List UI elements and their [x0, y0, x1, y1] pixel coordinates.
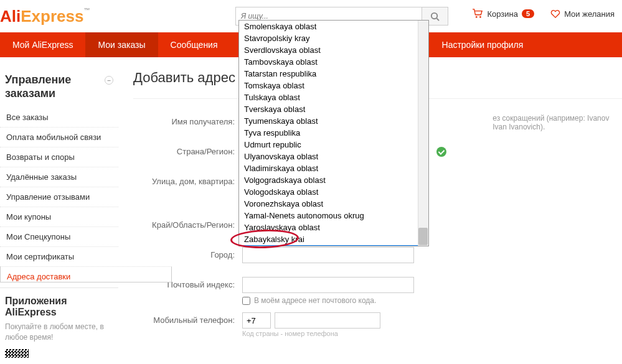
- collapse-icon[interactable]: –: [105, 76, 113, 85]
- input-postal[interactable]: [242, 277, 414, 293]
- label-city: Город:: [133, 247, 242, 259]
- check-ok-icon: [436, 147, 446, 157]
- dropdown-option[interactable]: Voronezhskaya oblast: [239, 198, 428, 210]
- tab-my-aliexpress[interactable]: Мой AliExpress: [0, 32, 85, 57]
- sidebar-item-deleted-orders[interactable]: Удалённые заказы: [0, 167, 118, 187]
- row-city: Город:: [133, 247, 622, 264]
- dropdown-option[interactable]: Udmurt republic: [239, 139, 428, 151]
- sidebar-list: Все заказы Оплата мобильной связи Возвра…: [0, 108, 118, 282]
- search-icon: [430, 12, 440, 21]
- logo-express: Express: [21, 7, 83, 26]
- qr-code-icon: [5, 349, 29, 358]
- dropdown-option[interactable]: Ulyanovskaya oblast: [239, 151, 428, 162]
- tab-messages[interactable]: Сообщения: [158, 32, 230, 57]
- sidebar-title: Управление заказами: [5, 73, 98, 100]
- label-region: Край/Область/Регион:: [133, 217, 242, 230]
- logo[interactable]: AliExpress™: [0, 7, 90, 26]
- svg-point-2: [476, 16, 478, 18]
- sidebar-item-shipping-addresses[interactable]: Адреса доставки: [0, 266, 172, 282]
- no-postal-row[interactable]: В моём адресе нет почтового кода.: [242, 296, 376, 305]
- phone-sublabel: Код страны - номер телефона: [242, 330, 338, 337]
- dropdown-option[interactable]: Tulskaya oblast: [239, 91, 428, 103]
- dropdown-option[interactable]: Volgogradskaya oblast: [239, 174, 428, 186]
- sidebar-item-reviews[interactable]: Управление отзывами: [0, 187, 118, 207]
- sidebar-item-mobile-topup[interactable]: Оплата мобильной связи: [0, 127, 118, 147]
- tab-my-orders[interactable]: Мои заказы: [85, 32, 158, 57]
- sidebar-item-all-orders[interactable]: Все заказы: [0, 108, 118, 127]
- label-name: Имя получателя:: [133, 114, 242, 126]
- logo-ali: Ali: [0, 7, 21, 26]
- region-dropdown[interactable]: Smolenskaya oblastStavropolskiy kraySver…: [238, 20, 429, 246]
- cart-icon: [472, 9, 483, 19]
- dropdown-scrollbar[interactable]: [418, 21, 428, 246]
- dropdown-option[interactable]: Stavropolskiy kray: [239, 32, 428, 44]
- dropdown-option[interactable]: Tatarstan respublika: [239, 68, 428, 80]
- svg-point-0: [431, 12, 437, 18]
- sidebar-title-row: Управление заказами –: [0, 70, 118, 108]
- dropdown-option[interactable]: Tverskaya oblast: [239, 103, 428, 115]
- wishlist-label: Мои желания: [564, 9, 615, 19]
- heart-icon: [550, 9, 560, 18]
- tab-profile-settings[interactable]: Настройки профиля: [430, 32, 536, 57]
- hint-name: ез сокращений (например: Ivanov Ivan Iva…: [492, 114, 622, 131]
- dropdown-option[interactable]: Vologodskaya oblast: [239, 186, 428, 198]
- dropdown-option[interactable]: Yamal-Nenets autonomous okrug: [239, 210, 428, 222]
- sidebar-apps-block: Приложения AliExpress Покупайте в любом …: [0, 287, 118, 358]
- cart-badge: 5: [522, 9, 534, 18]
- input-phone-cc[interactable]: [242, 312, 271, 329]
- sidebar-item-special-coupons[interactable]: Мои Спецкупоны: [0, 226, 118, 246]
- label-no-postal: В моём адресе нет почтового кода.: [254, 296, 376, 305]
- dropdown-option[interactable]: Smolenskaya oblast: [239, 21, 428, 32]
- apps-subtitle: Покупайте в любом месте, в любое время!: [0, 322, 118, 349]
- dropdown-option[interactable]: Yaroslavskaya oblast: [239, 222, 428, 233]
- dropdown-option[interactable]: Other: [239, 245, 428, 246]
- dropdown-option[interactable]: Zabaykalsky krai: [239, 233, 428, 245]
- apps-title: Приложения AliExpress: [0, 296, 118, 322]
- dropdown-option[interactable]: Tyumenskaya oblast: [239, 115, 428, 127]
- scrollbar-thumb[interactable]: [418, 228, 428, 245]
- input-city[interactable]: [242, 247, 414, 263]
- wishlist-link[interactable]: Мои желания: [550, 9, 615, 19]
- dropdown-option[interactable]: Vladimirskaya oblast: [239, 162, 428, 174]
- dropdown-option[interactable]: Sverdlovskaya oblast: [239, 44, 428, 56]
- sidebar-item-coupons[interactable]: Мои купоны: [0, 207, 118, 226]
- sidebar-item-disputes[interactable]: Возвраты и споры: [0, 147, 118, 167]
- row-postal: Почтовый индекс: В моём адресе нет почто…: [133, 277, 622, 305]
- sidebar-item-gift-cards[interactable]: Мои сертификаты: [0, 246, 118, 266]
- logo-tm: ™: [83, 7, 90, 14]
- label-country: Страна/Регион:: [133, 144, 242, 156]
- row-phone: Мобильный телефон: Код страны - номер те…: [133, 312, 622, 337]
- label-phone: Мобильный телефон:: [133, 312, 242, 325]
- cart-link[interactable]: Корзина 5: [472, 9, 534, 19]
- svg-line-1: [436, 18, 439, 21]
- checkbox-no-postal[interactable]: [242, 297, 250, 305]
- header-links: Корзина 5 Мои желания: [472, 9, 615, 19]
- sidebar: Управление заказами – Все заказы Оплата …: [0, 70, 125, 358]
- dropdown-option[interactable]: Tomskaya oblast: [239, 80, 428, 91]
- input-phone-number[interactable]: [275, 312, 380, 329]
- svg-point-3: [480, 16, 482, 18]
- cart-label: Корзина: [487, 9, 518, 19]
- dropdown-option[interactable]: Tyva respublika: [239, 127, 428, 139]
- label-street: Улица, дом, квартира:: [133, 174, 242, 186]
- dropdown-list: Smolenskaya oblastStavropolskiy kraySver…: [239, 21, 428, 246]
- dropdown-option[interactable]: Tambovskaya oblast: [239, 56, 428, 68]
